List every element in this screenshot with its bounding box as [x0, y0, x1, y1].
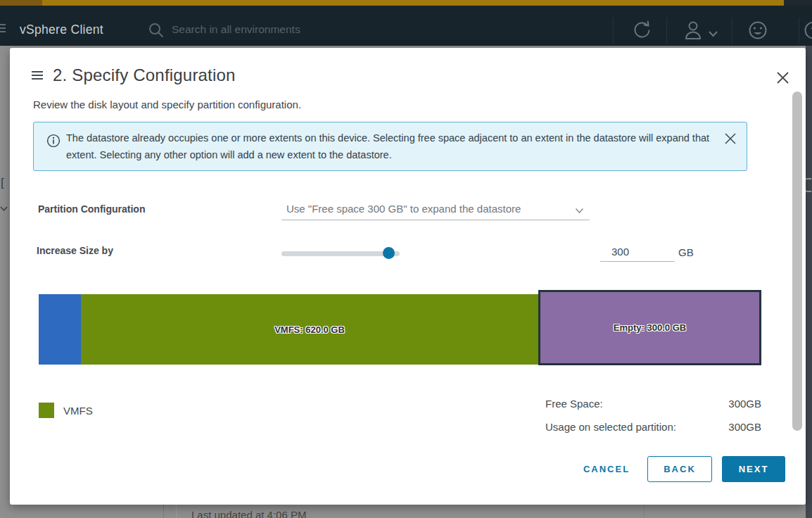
search-icon — [148, 22, 165, 39]
last-updated-text: Last updated at 4:06 PM — [191, 509, 306, 518]
chevron-down-icon — [575, 208, 584, 214]
usage-row: Usage on selected partition: 300GB — [545, 421, 761, 435]
dialog-close-button[interactable] — [776, 71, 790, 85]
search-placeholder: Search in all environments — [172, 23, 300, 36]
info-alert: The datastore already occupies one or mo… — [33, 122, 747, 171]
cancel-button[interactable]: CANCEL — [571, 456, 642, 482]
app-title: vSphere Client — [20, 23, 103, 37]
dialog-subtitle: Review the disk layout and specify parti… — [33, 99, 301, 110]
next-button[interactable]: NEXT — [722, 456, 785, 482]
space-stats: Free Space: 300GB Usage on selected part… — [545, 398, 761, 435]
dimmed-left-panel: [ — [0, 46, 10, 518]
size-input[interactable] — [600, 241, 675, 262]
disk-layout-bar: VMFS: 620.0 GB Empty: 300.0 GB — [39, 290, 761, 365]
close-icon — [776, 71, 790, 85]
partition-configuration-label: Partition Configuration — [38, 203, 145, 215]
topbar-divider — [613, 18, 614, 44]
dialog-menu-icon[interactable] — [32, 71, 43, 80]
size-unit-label: GB — [678, 246, 694, 258]
partition-segment-vmfs[interactable]: VMFS: 620.0 GB — [81, 294, 538, 365]
dialog-scrollbar[interactable] — [792, 91, 802, 431]
increase-size-label: Increase Size by — [37, 245, 113, 256]
slider-track[interactable] — [281, 251, 400, 256]
top-navbar: vSphere Client Search in all environment… — [0, 0, 812, 46]
vmfs-segment-label: VMFS: 620.0 GB — [274, 324, 345, 335]
alert-close-button[interactable] — [724, 132, 737, 145]
vmfs-legend-label: VMFS — [63, 405, 93, 417]
dialog-title: 2. Specify Configuration — [53, 65, 236, 85]
brand-strip-left — [0, 0, 42, 6]
dimmed-bottom-panel: Last updated at 4:06 PM — [10, 505, 806, 518]
slider-thumb[interactable] — [383, 247, 395, 259]
back-button[interactable]: BACK — [647, 456, 712, 482]
topbar-divider — [666, 18, 667, 44]
clipboard-icon: [ — [1, 176, 4, 190]
feedback-smiley-icon[interactable] — [746, 18, 770, 45]
info-alert-text: The datastore already occupies one or mo… — [66, 130, 716, 163]
specify-configuration-dialog: 2. Specify Configuration Review the disk… — [10, 48, 806, 505]
partition-segment-other[interactable] — [39, 294, 81, 365]
vmfs-legend-swatch — [39, 403, 54, 418]
help-icon[interactable]: ? — [801, 18, 812, 45]
global-search-input[interactable]: Search in all environments — [148, 20, 443, 40]
user-icon[interactable] — [681, 18, 704, 45]
partition-segment-empty-selected[interactable]: Empty: 300.0 GB — [538, 290, 761, 365]
topbar-divider — [799, 18, 799, 44]
size-slider[interactable] — [281, 247, 408, 260]
topbar-divider — [732, 18, 732, 44]
partition-configuration-select[interactable]: Use "Free space 300 GB" to expand the da… — [281, 201, 600, 220]
info-icon — [46, 134, 61, 148]
brand-strip — [0, 0, 812, 6]
partition-configuration-value: Use "Free space 300 GB" to expand the da… — [286, 203, 521, 215]
close-icon — [724, 132, 737, 145]
free-space-row: Free Space: 300GB — [545, 398, 761, 416]
main-menu-icon[interactable] — [0, 24, 6, 34]
dimmed-right-panel — [806, 46, 812, 518]
empty-segment-label: Empty: 300.0 GB — [614, 322, 686, 333]
refresh-icon[interactable] — [630, 18, 654, 45]
chevron-down-icon — [0, 206, 8, 212]
brand-strip-right — [784, 0, 812, 6]
chevron-down-icon[interactable] — [708, 27, 718, 40]
screen: vSphere Client Search in all environment… — [0, 0, 812, 518]
